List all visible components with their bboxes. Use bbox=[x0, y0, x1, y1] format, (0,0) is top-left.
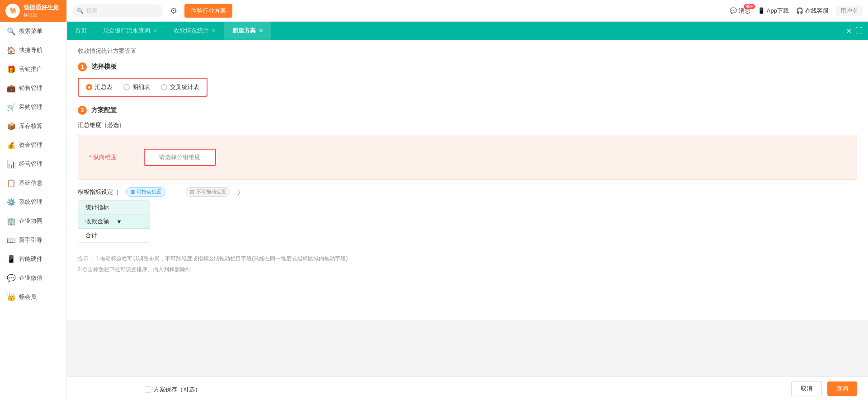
step2-section: 2 方案配置 汇总维度（必选） * 纵向维度 —— 请选择分组维度 bbox=[78, 106, 857, 275]
message-count: 99+ bbox=[744, 4, 755, 9]
metrics-sep bbox=[173, 188, 179, 196]
metrics-table: 统计指标 收款金额 ▼ 合计 bbox=[78, 200, 150, 243]
radio-detail[interactable]: 明细表 bbox=[123, 83, 150, 91]
summary-dim-title: 汇总维度（必选） bbox=[78, 121, 857, 129]
search-icon-topbar: 🔍 bbox=[77, 8, 84, 14]
main-area: 🔍 搜索 ⚙ 体验行业方案 💬 消息 99+ 📱 App下载 🎧 在线客服 用户… bbox=[67, 0, 868, 400]
sidebar-logo: 畅 畅捷通好生意 标准版 bbox=[0, 0, 66, 22]
tab-cashflow-close[interactable]: ✕ bbox=[153, 28, 157, 34]
metrics-total-cell: 合计 bbox=[78, 229, 150, 242]
sidebar-item-search[interactable]: 🔍 搜索菜单 bbox=[0, 22, 66, 41]
gear-icon: ⚙️ bbox=[7, 198, 15, 206]
content-area: 收款情况统计方案设置 1 选择模板 汇总表 明细表 bbox=[67, 40, 868, 400]
tab-receipt-stats[interactable]: 收款情况统计 ✕ bbox=[165, 22, 224, 40]
sidebar-item-member[interactable]: 👑 畅会员 bbox=[0, 287, 66, 306]
step1-number: 1 bbox=[78, 62, 87, 71]
cancel-button[interactable]: 取消 bbox=[791, 381, 822, 396]
app-download[interactable]: 📱 App下载 bbox=[758, 7, 789, 15]
plan-config: 汇总维度（必选） * 纵向维度 —— 请选择分组维度 模板指标 bbox=[78, 121, 857, 275]
save-label: 方案保存（可选） bbox=[154, 386, 201, 394]
content-inner: 收款情况统计方案设置 1 选择模板 汇总表 明细表 bbox=[67, 40, 868, 320]
dim-arrow: —— bbox=[124, 154, 137, 161]
template-selector: 汇总表 明细表 交叉统计表 bbox=[78, 78, 208, 97]
tab-new-plan[interactable]: 新建方案 ✕ bbox=[224, 22, 271, 40]
metrics-section: 模板指标设定（ ▦ 可拖动位置 ▧ 不可拖动位置 ） bbox=[78, 187, 857, 244]
step2-number: 2 bbox=[78, 106, 87, 115]
tab-new-plan-close[interactable]: ✕ bbox=[259, 28, 263, 34]
sidebar-item-quicknav[interactable]: 🏠 快捷导航 bbox=[0, 41, 66, 60]
tab-receipt-stats-close[interactable]: ✕ bbox=[212, 28, 216, 34]
step1-header: 1 选择模板 bbox=[78, 62, 857, 71]
briefcase-icon: 💼 bbox=[7, 84, 15, 92]
topbar-right: 💬 消息 99+ 📱 App下载 🎧 在线客服 用户名 bbox=[730, 6, 863, 16]
draggable-icon: ▦ bbox=[130, 189, 135, 195]
draggable-badge-yes: ▦ 可拖动位置 bbox=[126, 187, 165, 197]
step2-title: 方案配置 bbox=[91, 106, 117, 114]
topbar: 🔍 搜索 ⚙ 体验行业方案 💬 消息 99+ 📱 App下载 🎧 在线客服 用户… bbox=[67, 0, 868, 22]
tab-home[interactable]: 首页 bbox=[67, 22, 95, 40]
sidebar-item-system[interactable]: ⚙️ 系统管理 bbox=[0, 193, 66, 212]
chart-icon: 📊 bbox=[7, 160, 15, 168]
metrics-label-row: 模板指标设定（ ▦ 可拖动位置 ▧ 不可拖动位置 ） bbox=[78, 187, 857, 197]
trial-button[interactable]: 体验行业方案 bbox=[184, 4, 232, 18]
radio-cross[interactable]: 交叉统计表 bbox=[161, 83, 199, 91]
sidebar-item-newbie[interactable]: 📖 新手引导 bbox=[0, 231, 66, 249]
radio-cross-circle bbox=[161, 84, 167, 90]
hint-line2: 2.点击标题栏下拉可设置排序、插入列和删除列 bbox=[78, 264, 857, 275]
metrics-col-header[interactable]: 收款金额 ▼ bbox=[78, 215, 150, 229]
chat-icon: 💬 bbox=[7, 274, 15, 282]
sidebar-item-sales[interactable]: 💼 销售管理 bbox=[0, 79, 66, 98]
sidebar-item-inventory[interactable]: 📦 库存核算 bbox=[0, 117, 66, 136]
hints-section: 提示： 1.拖动标题栏可以调整布局，不可跨维度或指标区域拖动栏目字段(只能在同一… bbox=[78, 253, 857, 275]
tab-cashflow[interactable]: 现金银行流水查询 ✕ bbox=[95, 22, 165, 40]
phone-icon: 📱 bbox=[7, 255, 15, 263]
sidebar-item-finance[interactable]: 💰 资金管理 bbox=[0, 136, 66, 155]
logo-text: 畅捷通好生意 标准版 bbox=[24, 4, 59, 18]
sidebar-item-marketing[interactable]: 🎁 营销推广 bbox=[0, 60, 66, 79]
footer: 方案保存（可选） 取消 查询 bbox=[67, 376, 868, 400]
radio-summary[interactable]: 汇总表 bbox=[86, 83, 113, 91]
user-info: 用户名 bbox=[836, 6, 863, 16]
metrics-section-label: 模板指标设定（ bbox=[78, 188, 119, 196]
page-title: 收款情况统计方案设置 bbox=[78, 47, 857, 55]
settings-icon[interactable]: ⚙ bbox=[170, 6, 177, 16]
close-window-btn[interactable]: ✕ bbox=[846, 27, 852, 35]
not-draggable-icon: ▧ bbox=[190, 189, 194, 195]
search-icon: 🔍 bbox=[7, 27, 15, 35]
radio-summary-circle bbox=[86, 84, 92, 90]
sidebar-item-operations[interactable]: 📊 经营管理 bbox=[0, 155, 66, 174]
home-icon: 🏠 bbox=[7, 46, 15, 54]
maximize-btn[interactable]: ⛶ bbox=[855, 27, 863, 35]
sidebar-item-purchase[interactable]: 🛒 采购管理 bbox=[0, 98, 66, 117]
sidebar-item-wechat[interactable]: 💬 企业微信 bbox=[0, 268, 66, 287]
dimension-area: * 纵向维度 —— 请选择分组维度 bbox=[78, 135, 857, 180]
topbar-search[interactable]: 🔍 搜索 bbox=[72, 5, 163, 17]
money-icon: 💰 bbox=[7, 141, 15, 149]
building-icon: 🏢 bbox=[7, 217, 15, 225]
hint-line1: 提示： 1.拖动标题栏可以调整布局，不可跨维度或指标区域拖动栏目字段(只能在同一… bbox=[78, 253, 857, 264]
book-icon: 📖 bbox=[7, 236, 15, 244]
search-placeholder: 搜索 bbox=[86, 7, 97, 14]
step2-header: 2 方案配置 bbox=[78, 106, 857, 115]
sidebar-item-basicinfo[interactable]: 📋 基础信息 bbox=[0, 174, 66, 193]
message-icon: 💬 bbox=[730, 7, 737, 14]
online-service[interactable]: 🎧 在线客服 bbox=[796, 7, 829, 15]
dimension-select[interactable]: 请选择分组维度 bbox=[144, 149, 216, 166]
save-checkbox-area[interactable]: 方案保存（可选） bbox=[145, 386, 201, 394]
vertical-dim-label: * 纵向维度 bbox=[89, 153, 117, 161]
query-button[interactable]: 查询 bbox=[827, 381, 857, 396]
headset-icon: 🎧 bbox=[796, 7, 803, 14]
app-icon: 📱 bbox=[758, 7, 765, 14]
message-badge-area[interactable]: 💬 消息 99+ bbox=[730, 7, 750, 15]
crown-icon: 👑 bbox=[7, 293, 15, 301]
gift-icon: 🎁 bbox=[7, 65, 15, 73]
sidebar-item-smarthw[interactable]: 📱 智能硬件 bbox=[0, 249, 66, 268]
list-icon: 📋 bbox=[7, 179, 15, 187]
logo-icon: 畅 bbox=[5, 4, 20, 18]
step1-title: 选择模板 bbox=[91, 63, 117, 71]
step1-section: 1 选择模板 汇总表 明细表 交叉统计表 bbox=[78, 62, 857, 97]
sidebar-item-enterprise[interactable]: 🏢 企业协同 bbox=[0, 212, 66, 231]
cart-icon: 🛒 bbox=[7, 103, 15, 111]
save-checkbox[interactable] bbox=[145, 386, 151, 393]
metrics-table-header: 统计指标 bbox=[78, 201, 150, 215]
